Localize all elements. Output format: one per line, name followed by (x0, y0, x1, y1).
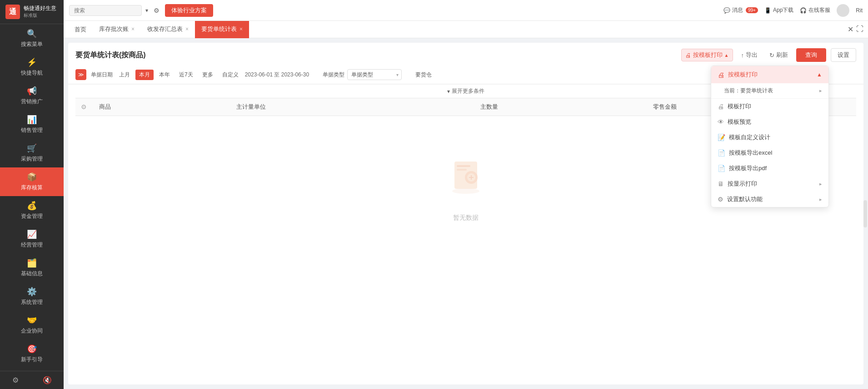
dropdown-collapse-icon[interactable]: ▲ (817, 71, 822, 78)
app-download-item[interactable]: 📱 App下载 (764, 6, 793, 14)
template-print-btn[interactable]: 🖨 按模板打印 ▲ (681, 49, 733, 61)
tab-home[interactable]: 首页 (68, 25, 93, 34)
filter-req-goods-label: 要货仓 (415, 71, 432, 79)
tab-label: 要货单统计表 (201, 25, 237, 33)
sidebar-item-system[interactable]: ⚙️ 系统管理 (0, 282, 64, 311)
dropdown-header[interactable]: 🖨 按模板打印 ▲ (711, 66, 828, 83)
empty-state-text: 暂无数据 (453, 214, 479, 222)
page-container: 要货单统计表(按商品) 🖨 按模板打印 ▲ ↑ 导出 ↻ 刷新 (68, 43, 863, 384)
export-icon: ↑ (741, 52, 744, 59)
system-icon: ⚙️ (27, 287, 37, 297)
sidebar-item-collab[interactable]: 🤝 企业协同 (0, 311, 64, 339)
sidebar-item-label: 企业协同 (21, 327, 43, 335)
guide-icon: 🎯 (27, 344, 37, 354)
sidebar-item-label: 快捷导航 (21, 69, 43, 77)
inventory-icon: 📦 (27, 172, 37, 182)
col-unit: 主计量单位 (231, 98, 475, 116)
sales-icon: 📊 (27, 115, 37, 125)
tab-close-icon[interactable]: × (185, 26, 189, 32)
dropdown-item-template-preview[interactable]: 👁 模板预览 (711, 114, 828, 130)
filter-date-options: 上月 本月 本年 近7天 更多 自定义 (115, 70, 242, 80)
tab-maximize-icon[interactable]: ⛶ (856, 25, 863, 34)
dropdown-group-arrow: ▸ (819, 181, 822, 187)
topbar-gear-icon[interactable]: ⚙ (154, 7, 160, 14)
settings-footer-icon[interactable]: ⚙ (12, 376, 19, 384)
sidebar-item-purchase[interactable]: 🛒 采购管理 (0, 139, 64, 167)
date-opt-7days[interactable]: 近7天 (175, 70, 197, 80)
quick-nav-icon: ⚡ (27, 57, 37, 67)
export-btn[interactable]: ↑ 导出 (738, 49, 762, 61)
tab-close-active-icon[interactable]: × (239, 26, 243, 32)
messages-badge: 99+ (746, 7, 758, 13)
refresh-icon: ↻ (769, 52, 774, 59)
messages-item[interactable]: 💬 消息 99+ (723, 6, 758, 14)
online-service-item[interactable]: 🎧 在线客服 (800, 6, 830, 14)
sidebar-item-guide[interactable]: 🎯 新手引导 (0, 339, 64, 368)
sidebar-item-sales[interactable]: 📊 销售管理 (0, 110, 64, 139)
dropdown-group-default-func[interactable]: ⚙ 设置默认功能 ▸ (711, 192, 828, 207)
table-col-settings-icon[interactable]: ⚙ (81, 103, 87, 111)
dropdown-item-export-excel[interactable]: 📄 按模板导出excel (711, 145, 828, 161)
dropdown-printer-icon: 🖨 (718, 71, 724, 79)
sidebar-item-inventory[interactable]: 📦 库存核算 (0, 167, 64, 196)
tab-order-stats[interactable]: 要货单统计表 × (195, 21, 249, 38)
date-opt-this-year[interactable]: 本年 (155, 70, 174, 80)
dropdown-current-item[interactable]: 当前：要货单统计表 ▸ (711, 83, 828, 98)
tab-batch-account[interactable]: 库存批次账 × (93, 21, 141, 38)
dropdown-header-left: 🖨 按模板打印 (718, 71, 758, 79)
sidebar-item-label: 库存核算 (21, 184, 43, 192)
date-opt-more[interactable]: 更多 (199, 70, 217, 80)
messages-icon: 💬 (723, 7, 730, 14)
filter-expand-icon[interactable]: ≫ (75, 69, 86, 80)
page-header-actions: 🖨 按模板打印 ▲ ↑ 导出 ↻ 刷新 查询 设置 (681, 48, 856, 62)
dropdown-item-template-custom[interactable]: 📝 模板自定义设计 (711, 130, 828, 145)
scroll-indicator[interactable] (863, 200, 867, 227)
dropdown-item-template-print[interactable]: 🖨 模板打印 (711, 99, 828, 114)
basic-icon: 🗂️ (27, 258, 37, 268)
sidebar-scroll: 🔍 搜索菜单 ⚡ 快捷导航 📢 营销推广 📊 销售管理 🛒 采购管理 📦 库存核… (0, 24, 64, 371)
app-subtitle: 标准版 (24, 12, 56, 19)
sidebar-item-quick-nav[interactable]: ⚡ 快捷导航 (0, 53, 64, 81)
dropdown-item-export-pdf[interactable]: 📄 按模板导出pdf (711, 161, 828, 176)
dropdown-current-section: 当前：要货单统计表 ▸ (711, 83, 828, 99)
filter-doc-type-select[interactable]: 单据类型 (347, 69, 402, 80)
topbar-dropdown-arrow[interactable]: ▾ (145, 7, 148, 14)
dropdown-group-label: 设置默认功能 (727, 195, 763, 203)
template-print-dropdown: 🖨 按模板打印 ▲ 当前：要货单统计表 ▸ 🖨 (711, 66, 829, 207)
main-area: ▾ ⚙ 体验行业方案 💬 消息 99+ 📱 App下载 🎧 在线客服 Rit 首… (64, 0, 868, 389)
date-opt-custom[interactable]: 自定义 (219, 70, 242, 80)
sidebar-item-marketing[interactable]: 📢 营销推广 (0, 81, 64, 110)
page-header: 要货单统计表(按商品) 🖨 按模板打印 ▲ ↑ 导出 ↻ 刷新 (68, 43, 863, 66)
sidebar: 通 畅捷通好生意 标准版 🔍 搜索菜单 ⚡ 快捷导航 📢 营销推广 📊 销售管理… (0, 0, 64, 389)
date-opt-this-month[interactable]: 本月 (135, 70, 154, 80)
filter-doc-type-label: 单据类型 (323, 71, 344, 79)
sidebar-item-finance[interactable]: 💰 资金管理 (0, 196, 64, 225)
tab-close-all-icon[interactable]: ✕ (848, 25, 853, 34)
empty-state-illustration (443, 152, 489, 207)
tab-receivables[interactable]: 收发存汇总表 × (141, 21, 195, 38)
svg-rect-3 (457, 169, 467, 171)
date-opt-last-month[interactable]: 上月 (115, 70, 134, 80)
dropdown-group-display-print[interactable]: 🖥 按显示打印 ▸ (711, 176, 828, 192)
tabs-expand: ✕ ⛶ (848, 25, 868, 34)
user-avatar[interactable] (837, 4, 849, 17)
col-settings: ⚙ (75, 98, 94, 116)
settings-button[interactable]: 设置 (831, 48, 856, 62)
sidebar-item-search[interactable]: 🔍 搜索菜单 (0, 24, 64, 53)
app-logo-text: 畅捷通好生意 标准版 (24, 5, 56, 19)
display-icon: 🖥 (718, 180, 724, 187)
trial-btn[interactable]: 体验行业方案 (165, 4, 213, 17)
sidebar-item-basic[interactable]: 🗂️ 基础信息 (0, 253, 64, 282)
refresh-btn[interactable]: ↻ 刷新 (766, 49, 792, 61)
tabs-bar: 首页 库存批次账 × 收发存汇总表 × 要货单统计表 × ✕ ⛶ (64, 21, 868, 38)
audio-footer-icon[interactable]: 🔇 (43, 376, 52, 384)
topbar-search-input[interactable] (69, 5, 142, 16)
chevron-up-icon: ▲ (724, 53, 729, 58)
sidebar-item-label: 系统管理 (21, 298, 43, 306)
search-nav-icon: 🔍 (27, 29, 37, 39)
sidebar-item-operation[interactable]: 📈 经营管理 (0, 225, 64, 253)
query-button[interactable]: 查询 (796, 48, 826, 62)
tab-close-icon[interactable]: × (131, 26, 135, 32)
marketing-icon: 📢 (27, 86, 37, 96)
gear-small-icon: ⚙ (718, 196, 723, 203)
